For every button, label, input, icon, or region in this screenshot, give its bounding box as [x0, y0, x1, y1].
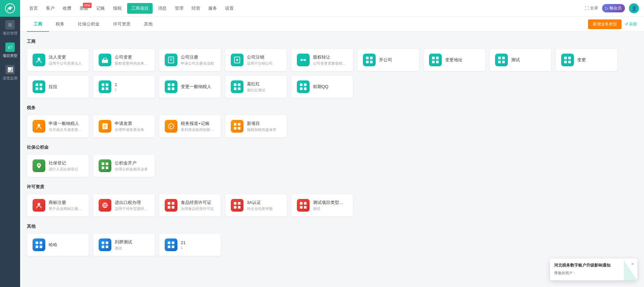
- svg-rect-71: [238, 202, 240, 205]
- svg-rect-33: [106, 83, 108, 86]
- new-type-button[interactable]: 新增业务类型: [588, 19, 622, 29]
- nav-operation[interactable]: 经营: [187, 0, 204, 17]
- card-import-export[interactable]: 进出口权办理适用于对外贸易经营者: [93, 194, 155, 217]
- card-haha[interactable]: 哈哈: [27, 233, 89, 256]
- card-tax-report-accounting[interactable]: ¥税务报道+记账拿到营业执照的新公司: [159, 115, 221, 138]
- card-desc-apply-invoice: 办理申请发票业务: [115, 127, 149, 132]
- card-lala[interactable]: 拉拉: [27, 75, 89, 98]
- card-company-register[interactable]: 公司注册申请公司注册全流程: [159, 49, 221, 71]
- notification-title: 河北税务数字账户升级影响通知: [554, 263, 633, 268]
- svg-rect-49: [102, 123, 108, 129]
- card-equity-transfer[interactable]: 股权转让公司变更需要股权转让: [291, 49, 353, 71]
- sidebar-item-label: 项目管理: [3, 31, 17, 36]
- nav-message[interactable]: 消息: [154, 0, 171, 17]
- card-desc-num21: 1: [181, 246, 215, 250]
- user-avatar[interactable]: 👤: [629, 3, 639, 13]
- avatar-icon: 👤: [631, 6, 637, 11]
- card-text-company-cancel: 公司注销适用于注销公司: [247, 54, 281, 66]
- nav-tax[interactable]: 报税: [109, 0, 126, 17]
- card-text-trademark-register: 商标注册用于企业商标注册服务: [49, 200, 83, 211]
- tab-industrial[interactable]: 工商: [27, 17, 49, 32]
- svg-rect-72: [234, 206, 236, 209]
- card-liupang-test[interactable]: 刘胖测试测试: [93, 233, 155, 256]
- card-desc-company-cancel: 适用于注销公司: [247, 61, 281, 66]
- nav-invoice[interactable]: 票据 new: [75, 0, 92, 17]
- card-name-import-export: 进出口权办理: [115, 200, 149, 206]
- card-desc-tax-report-accounting: 拿到营业执照的新公司: [181, 127, 215, 132]
- nav-accounting[interactable]: 记账: [92, 0, 109, 17]
- card-text-open-company: 开公司: [379, 57, 414, 63]
- card-company-cancel[interactable]: 公司注销适用于注销公司: [225, 49, 287, 71]
- tab-social-fund[interactable]: 社保公积金: [71, 17, 106, 32]
- card-new-project[interactable]: 新项目报税加税控盘保管: [225, 115, 287, 138]
- card-test[interactable]: 测试: [489, 49, 551, 71]
- card-icon-trademark-register: [33, 199, 45, 212]
- card-text-3a-cert: 3A认证对企业信誉评级: [247, 200, 281, 211]
- project-type-icon: 🏷: [5, 43, 15, 52]
- svg-rect-39: [172, 87, 174, 90]
- nav-billing[interactable]: 收费: [59, 0, 75, 17]
- svg-rect-35: [106, 87, 108, 90]
- card-text-apply-invoice: 申请发票办理申请发票业务: [115, 121, 149, 132]
- refresh-button[interactable]: ↺ 刷新: [625, 21, 637, 27]
- card-apply-invoice[interactable]: 申请发票办理申请发票业务: [93, 115, 155, 138]
- card-change-address[interactable]: 变更地址: [423, 49, 485, 71]
- notification-content: 尊敬的用户：: [554, 270, 633, 276]
- card-trademark-register[interactable]: 商标注册用于企业商标注册服务: [27, 194, 89, 217]
- card-text-change-address: 变更地址: [445, 57, 480, 63]
- svg-rect-37: [172, 83, 174, 86]
- sidebar-item-project-type[interactable]: 🏷 项目类型: [0, 39, 20, 62]
- card-test-type[interactable]: 测试项目类型目定义测试: [291, 194, 353, 217]
- svg-rect-62: [102, 166, 104, 169]
- card-company-change[interactable]: 公司变更股权变更外的业务变更: [93, 49, 155, 71]
- card-icon-tax-report-accounting: ¥: [165, 120, 177, 133]
- card-icon-import-export: [99, 199, 111, 212]
- card-num21[interactable]: 211: [159, 233, 221, 256]
- card-icon-open-company: [363, 54, 376, 66]
- card-desc-social-register: 进行人员社保登记: [49, 167, 83, 172]
- vip-button[interactable]: ▷ 畅会员: [602, 4, 625, 12]
- tab-other[interactable]: 其他: [137, 17, 159, 32]
- svg-rect-63: [106, 166, 108, 169]
- card-change[interactable]: 变更: [555, 49, 618, 71]
- card-num1[interactable]: 11: [93, 75, 155, 98]
- card-name-test-type: 测试项目类型目定义: [313, 200, 347, 206]
- card-name-num21: 21: [181, 240, 215, 245]
- notification-popup: × 河北税务数字账户升级影响通知 尊敬的用户：: [550, 259, 637, 280]
- nav-home[interactable]: 首页: [25, 0, 42, 17]
- svg-rect-80: [36, 245, 38, 248]
- card-icon-3a-cert: [231, 199, 244, 212]
- svg-rect-70: [234, 202, 236, 205]
- card-open-company[interactable]: 开公司: [357, 49, 419, 71]
- card-text-equity-transfer: 股权转让公司变更需要股权转让: [313, 54, 347, 66]
- svg-rect-14: [366, 61, 369, 63]
- card-text-num21: 211: [181, 240, 215, 250]
- nav-service[interactable]: 服务: [204, 0, 221, 17]
- svg-rect-46: [300, 87, 303, 90]
- svg-rect-29: [40, 83, 42, 86]
- svg-rect-84: [102, 245, 104, 248]
- nav-customer[interactable]: 客户: [42, 0, 59, 17]
- card-qianqi-qq[interactable]: 前期QQ: [291, 75, 353, 98]
- card-change-taxpayer[interactable]: 变更一般纳税人: [159, 75, 221, 98]
- tab-permit[interactable]: 许可资质: [106, 17, 137, 32]
- svg-rect-86: [168, 241, 170, 244]
- card-fund-open[interactable]: 公积金开户办理公积金相关业务: [93, 154, 155, 177]
- sidebar-item-progress-monitor[interactable]: 📊 进度监测: [0, 62, 20, 84]
- fullscreen-btn[interactable]: ⛶ 全屏: [585, 5, 598, 11]
- card-3a-cert[interactable]: 3A认证对企业信誉评级: [225, 194, 287, 217]
- nav-management[interactable]: 管理: [171, 0, 187, 17]
- nav-industrial[interactable]: 工商项目: [127, 3, 153, 14]
- svg-rect-67: [172, 202, 174, 205]
- card-legal-change[interactable]: 法人变更适用于公司变更法人: [27, 49, 89, 71]
- tab-tax[interactable]: 税务: [49, 17, 71, 32]
- card-gehonghong[interactable]: 葛红红葛红红测试: [225, 75, 287, 98]
- nav-settings[interactable]: 设置: [221, 0, 238, 17]
- sidebar-item-project-mgmt[interactable]: ⊞ 项目管理: [0, 17, 20, 39]
- svg-rect-66: [168, 202, 170, 205]
- card-apply-taxpayer[interactable]: 申请一般纳税人当月或次月成变更完成: [27, 115, 89, 138]
- card-social-register[interactable]: 社保登记进行人员社保登记: [27, 154, 89, 177]
- svg-rect-15: [370, 61, 373, 63]
- cards-grid-industrial: 法人变更适用于公司变更法人公司变更股权变更外的业务变更公司注册申请公司注册全流程…: [27, 49, 637, 98]
- card-food-permit[interactable]: 食品经营许可证办理食品经营许可证: [159, 194, 221, 217]
